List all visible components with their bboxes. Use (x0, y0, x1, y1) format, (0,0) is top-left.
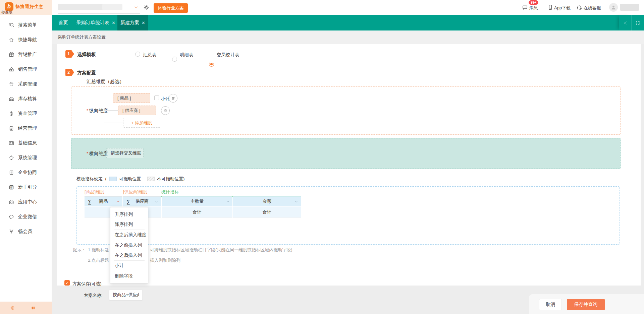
sidebar-item-system[interactable]: 系统管理 (0, 150, 52, 165)
subtotal-checkbox[interactable] (154, 96, 159, 100)
radio-detail-table[interactable] (172, 57, 177, 62)
menu-item-subtotal[interactable]: 小计 (110, 261, 148, 271)
menu-item-insert-dimension-after[interactable]: 在之后插入维度 (110, 230, 148, 240)
save-plan-checkbox[interactable]: ✓ (64, 280, 70, 286)
collaboration-icon (8, 170, 14, 176)
app-download-label[interactable]: App下载 (554, 5, 571, 11)
menu-item-insert-col-after[interactable]: 在之后插入列 (110, 250, 148, 260)
menu-item-delete-field[interactable]: 删除字段 (110, 271, 148, 281)
member-icon (8, 229, 14, 235)
radio-detail-table-label[interactable]: 明细表 (180, 52, 194, 58)
radio-summary-table[interactable] (135, 52, 140, 57)
column-context-menu: 升序排列 降序排列 在之后插入维度 在之前插入列 在之后插入列 小计 删除字段 (110, 207, 148, 284)
gear-icon[interactable] (143, 4, 150, 11)
sidebar-item-label: 搜索菜单 (18, 22, 37, 28)
tab-new-plan-close-icon[interactable]: ✕ (142, 21, 145, 25)
radio-cross-table-label[interactable]: 交叉统计表 (217, 52, 239, 58)
sidebar-item-member[interactable]: 畅会员 (0, 224, 52, 239)
plan-name-input[interactable] (109, 290, 143, 300)
dimension-tag-supplier[interactable]: [ 供应商 ] (118, 106, 156, 115)
close-all-tabs-button[interactable] (619, 15, 632, 30)
horizontal-dimension-band (71, 138, 621, 169)
subtotal-label[interactable]: 小计 (161, 96, 170, 102)
sidebar-item-purchase[interactable]: 采购管理 (0, 77, 52, 91)
radio-cross-table[interactable] (209, 62, 214, 67)
chevron-down-icon[interactable] (133, 5, 139, 10)
tab-home[interactable]: 首页 (52, 15, 74, 30)
hint-line1-right: 可跨维度或指标区域拖动栏目字段(只能在同一维度或指标区域内拖动字段) (150, 247, 292, 253)
marketing-icon (8, 52, 14, 58)
sidebar-item-wechat[interactable]: 企业微信 (0, 209, 52, 224)
avatar[interactable] (609, 3, 618, 12)
sidebar-item-operations[interactable]: 经营管理 (0, 121, 52, 136)
group-statistics: 统计指标 (161, 189, 301, 197)
fullscreen-icon (635, 20, 640, 25)
menu-item-sort-desc[interactable]: 降序排列 (110, 219, 148, 230)
sidebar-item-label: 系统管理 (18, 155, 37, 161)
headset-icon[interactable] (576, 4, 582, 10)
sidebar-item-collaboration[interactable]: 企业协同 (0, 165, 52, 180)
cancel-button[interactable]: 取消 (539, 299, 562, 310)
sidebar-item-sales[interactable]: 销售管理 (0, 62, 52, 77)
caret-down-icon[interactable] (226, 200, 230, 203)
sidebar: 搜索菜单 快捷导航 营销推广 销售管理 采购管理 库存核算 资金管理 经营管理 … (0, 15, 52, 302)
tab-report-close-icon[interactable]: ✕ (112, 21, 115, 25)
experience-industry-button[interactable]: 体验行业方案 (154, 3, 188, 13)
pivot-col-supplier[interactable]: ∑ 供应商 (123, 196, 161, 206)
tab-new-plan[interactable]: 新建方案 ✕ (117, 15, 148, 30)
phone-icon[interactable] (547, 4, 553, 10)
tab-purchase-order-report[interactable]: 采购订单统计表 ✕ (74, 15, 117, 30)
plan-settings-card: 1 选择模板 汇总表 明细表 交叉统计表 2 方案配置 汇总维度（必选） *纵向… (57, 44, 641, 286)
sidebar-item-label: 销售管理 (18, 66, 37, 72)
tab-new-plan-label: 新建方案 (120, 20, 139, 26)
save-plan-label[interactable]: 方案保存(可选) (72, 281, 102, 287)
pivot-col-product[interactable]: ∑ 商品 (85, 196, 122, 206)
plan-name-label: 方案名称: (84, 293, 103, 299)
sidebar-item-app-center[interactable]: 应用中心 (0, 195, 52, 209)
message-icon[interactable] (522, 4, 528, 10)
pivot-col-amount[interactable]: 金额 (233, 196, 301, 206)
add-dimension-button[interactable]: + 添加维度 (123, 118, 160, 128)
tree-stub-1 (104, 98, 113, 98)
delete-supplier-dimension-button[interactable] (161, 106, 170, 115)
sidebar-item-marketing[interactable]: 营销推广 (0, 47, 52, 62)
wechat-icon (8, 214, 14, 220)
hint-label: 提示： (73, 247, 86, 253)
sidebar-item-funds[interactable]: 资金管理 (0, 106, 52, 121)
dimension-tag-product[interactable]: [ 商品 ] (113, 93, 150, 103)
close-icon (623, 20, 628, 25)
required-mark: * (87, 151, 88, 156)
sidebar-item-quick-nav[interactable]: 快捷导航 (0, 33, 52, 47)
menu-item-insert-col-before[interactable]: 在之前插入列 (110, 240, 148, 250)
caret-down-icon[interactable] (155, 200, 158, 203)
sidebar-item-newbie-guide[interactable]: 新新手引导 (0, 180, 52, 195)
sigma-icon: ∑ (126, 199, 130, 204)
sidebar-item-basic-info[interactable]: 基础信息 (0, 136, 52, 150)
indicator-legend: 模板指标设定（ 可拖动位置 不可拖动位置) (76, 176, 184, 182)
fullscreen-button[interactable] (631, 15, 644, 30)
online-service-label[interactable]: 在线客服 (584, 5, 601, 11)
basic-info-icon (8, 140, 14, 146)
sales-icon (8, 66, 14, 72)
not-draggable-swatch (147, 177, 155, 181)
summary-dimension-label: 汇总维度（必选） (87, 79, 124, 85)
save-and-query-button[interactable]: 保存并查询 (567, 299, 605, 310)
sidebar-item-label: 采购管理 (18, 81, 37, 87)
app-window: b 畅捷通好生意 标准版 体验行业方案 消息 99+ App下载 在线客服 首页… (0, 0, 644, 314)
caret-down-icon[interactable] (294, 200, 298, 203)
org-selector-blurred-2 (102, 4, 122, 10)
draggable-swatch (109, 177, 117, 181)
sidebar-item-inventory[interactable]: 库存核算 (0, 91, 52, 106)
horizontal-dimension-label: *横向维度 (87, 151, 108, 157)
caret-up-icon[interactable] (116, 200, 120, 203)
pivot-col-qty[interactable]: 主数量 (162, 196, 232, 206)
sidebar-footer (0, 302, 52, 314)
collapse-sidebar-icon[interactable] (30, 305, 36, 311)
sidebar-settings-icon[interactable] (9, 305, 15, 311)
radio-summary-table-label[interactable]: 汇总表 (143, 52, 157, 58)
menu-item-sort-asc[interactable]: 升序排列 (110, 209, 148, 219)
delete-product-dimension-button[interactable] (169, 94, 177, 103)
sidebar-item-search-menu[interactable]: 搜索菜单 (0, 18, 52, 33)
messages-label[interactable]: 消息 (529, 5, 538, 11)
cross-dimension-select[interactable]: 请选择交叉维度 (106, 148, 144, 158)
